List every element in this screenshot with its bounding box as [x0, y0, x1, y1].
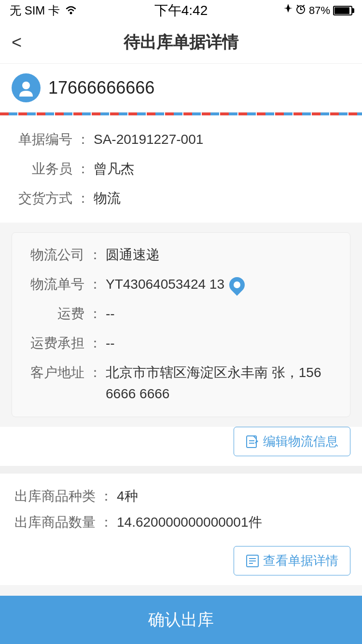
svg-point-6: [22, 82, 30, 89]
product-quantity-row: 出库商品数量 ： 14.620000000000001件: [14, 513, 348, 532]
product-type-value: 4种: [117, 487, 138, 505]
freight-bear-row: 运费承担 ： --: [22, 333, 340, 354]
view-details-label: 查看单据详情: [263, 552, 338, 569]
freight-bear-value: --: [106, 333, 340, 354]
salesman-value: 曾凡杰: [94, 158, 348, 180]
salesman-row: 业务员 ： 曾凡杰: [14, 158, 348, 180]
edit-logistics-container: 编辑物流信息: [0, 427, 362, 466]
product-type-row: 出库商品种类 ： 4种: [14, 487, 348, 505]
tracking-value: YT43064053424 13: [106, 274, 340, 295]
carrier-label: 无 SIM 卡: [10, 3, 60, 18]
tracking-label: 物流单号: [22, 274, 84, 295]
delivery-value: 物流: [94, 188, 348, 210]
product-quantity-value: 14.620000000000001件: [117, 513, 262, 532]
battery-percent: 87%: [309, 4, 330, 17]
person-icon: [17, 79, 35, 97]
wifi-icon: [64, 4, 78, 17]
document-no-row: 单据编号 ： SA-20191227-001: [14, 129, 348, 151]
customer-header: 17666666666: [0, 64, 362, 112]
page-title: 待出库单据详情: [124, 31, 238, 54]
edit-logistics-button[interactable]: 编辑物流信息: [234, 427, 350, 456]
confirm-button-label: 确认出库: [148, 609, 214, 631]
document-no-label: 单据编号: [14, 129, 72, 151]
edit-icon: [246, 435, 259, 448]
products-section: 出库商品种类 ： 4种 出库商品数量 ： 14.620000000000001件: [0, 474, 362, 541]
svg-line-5: [303, 5, 304, 7]
nav-bar: < 待出库单据详情: [0, 21, 362, 64]
product-type-label: 出库商品种类: [14, 487, 96, 505]
document-no-value: SA-20191227-001: [94, 129, 348, 151]
status-bar: 无 SIM 卡 下午4:42 87%: [0, 0, 362, 21]
status-time: 下午4:42: [154, 1, 208, 20]
status-right: 87%: [284, 4, 352, 17]
freight-row: 运费 ： --: [22, 303, 340, 325]
salesman-label: 业务员: [14, 158, 72, 180]
freight-label: 运费: [22, 303, 84, 325]
basic-info-section: 单据编号 ： SA-20191227-001 业务员 ： 曾凡杰 交货方式 ： …: [0, 115, 362, 223]
alarm-icon: [295, 4, 306, 17]
svg-point-0: [70, 12, 72, 14]
back-button[interactable]: <: [12, 32, 22, 53]
view-details-container: 查看单据详情: [0, 541, 362, 585]
logistics-company-value: 圆通速递: [106, 244, 340, 266]
address-label: 客户地址: [22, 362, 84, 384]
logistics-section: 物流公司 ： 圆通速递 物流单号 ： YT43064053424 13 运费 ：…: [12, 232, 350, 417]
logistics-company-row: 物流公司 ： 圆通速递: [22, 244, 340, 266]
edit-logistics-label: 编辑物流信息: [263, 433, 338, 450]
section-divider-1: [0, 466, 362, 474]
list-icon: [246, 554, 259, 568]
tracking-location-icon[interactable]: [226, 274, 248, 295]
freight-value: --: [106, 303, 340, 325]
confirm-button[interactable]: 确认出库: [0, 596, 362, 644]
customer-avatar: [12, 73, 41, 102]
location-service-icon: [284, 4, 292, 17]
logistics-company-label: 物流公司: [22, 244, 84, 266]
address-row: 客户地址 ： 北京市市辖区海淀区永丰南 张，156 6666 6666: [22, 362, 340, 406]
delivery-row: 交货方式 ： 物流: [14, 188, 348, 210]
delivery-label: 交货方式: [14, 188, 72, 210]
view-details-button[interactable]: 查看单据详情: [234, 546, 350, 575]
battery-icon: [333, 6, 352, 15]
product-quantity-label: 出库商品数量: [14, 513, 96, 532]
svg-line-4: [297, 5, 299, 7]
status-left: 无 SIM 卡: [10, 3, 78, 18]
customer-phone: 17666666666: [48, 78, 154, 98]
address-value: 北京市市辖区海淀区永丰南 张，156 6666 6666: [106, 362, 340, 406]
tracking-row: 物流单号 ： YT43064053424 13: [22, 274, 340, 295]
freight-bear-label: 运费承担: [22, 333, 84, 354]
